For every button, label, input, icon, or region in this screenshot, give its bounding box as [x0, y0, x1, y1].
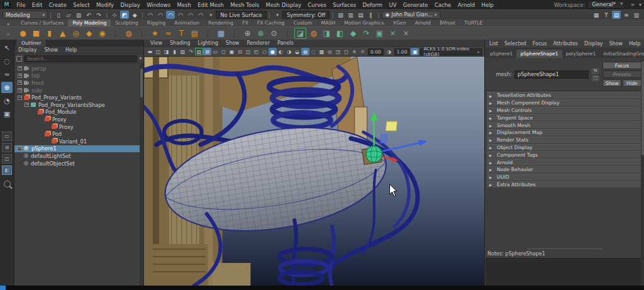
- motion-blur-icon[interactable]: ◌: [309, 48, 318, 55]
- screen-space-ao-icon[interactable]: ◍: [301, 48, 309, 55]
- snap-surface-icon[interactable]: ◠: [196, 11, 205, 19]
- attribute-section-header[interactable]: Tessellation Attributes: [487, 92, 642, 99]
- menu-item[interactable]: Cache: [431, 2, 455, 8]
- attribute-editor-menu-item[interactable]: Display: [581, 41, 606, 47]
- load-attributes-icon[interactable]: ⇆: [592, 68, 599, 74]
- ipr-render-icon[interactable]: ▥: [347, 11, 355, 19]
- attribute-section-header[interactable]: UUID: [487, 174, 642, 181]
- menu-item[interactable]: Edit: [29, 2, 46, 8]
- separate-icon[interactable]: ↷: [360, 28, 372, 39]
- attribute-section-header[interactable]: Mesh Controls: [487, 107, 642, 114]
- expand-toggle-icon[interactable]: +: [18, 74, 22, 78]
- select-hierarchy-icon[interactable]: ⊹: [110, 11, 119, 19]
- two-d-pan-icon[interactable]: ↷: [187, 48, 195, 55]
- move-tool[interactable]: ⊕: [1, 82, 13, 93]
- shelf-tab[interactable]: Sculpting: [111, 20, 142, 26]
- viewport-menu-item[interactable]: Panels: [274, 40, 297, 46]
- attribute-section-header[interactable]: Extra Attributes: [487, 181, 642, 188]
- outliner-item[interactable]: + side: [14, 87, 143, 94]
- menu-item[interactable]: Modify: [93, 2, 118, 8]
- viewport-menu-item[interactable]: View: [147, 40, 166, 46]
- combine-icon[interactable]: ◆: [347, 28, 359, 39]
- sep[interactable]: |: [228, 28, 240, 39]
- curve-star-icon[interactable]: ★: [149, 28, 161, 39]
- window-menu-icon[interactable]: ≡: [629, 2, 636, 8]
- search-input[interactable]: [24, 55, 137, 62]
- pause-icon[interactable]: ‖: [367, 11, 375, 19]
- chevron-down-icon[interactable]: ▾: [273, 11, 282, 19]
- outliner-item[interactable]: defaultObjectSet: [14, 160, 143, 167]
- camera-attributes-icon[interactable]: ◨: [162, 48, 170, 55]
- menu-item[interactable]: Mesh Display: [262, 2, 304, 8]
- menu-item[interactable]: Edit Mesh: [194, 2, 227, 8]
- show-button[interactable]: Show: [602, 79, 621, 87]
- select-tool[interactable]: ↖: [1, 42, 13, 53]
- humanik-icon[interactable]: ϒ: [602, 11, 611, 19]
- undo-icon[interactable]: ↶: [84, 11, 93, 19]
- filter-box-icon[interactable]: [16, 56, 22, 62]
- view-transform-dropdown[interactable]: ACES 1.0 SDR-video (sRGB) ▾: [420, 48, 482, 55]
- workspace-value[interactable]: General*: [587, 1, 625, 9]
- attribute-editor-tab[interactable]: pSphere1: [486, 50, 516, 58]
- shelf-tab[interactable]: Motion Graphics: [340, 20, 388, 26]
- use-all-lights-icon[interactable]: ◑: [285, 48, 293, 55]
- user-account-chip[interactable]: ◉ John Paul Gian... ▾: [382, 11, 441, 19]
- construction-plane-icon[interactable]: ⊕: [242, 28, 253, 39]
- select-component-icon[interactable]: ◆: [130, 11, 139, 19]
- attribute-section-header[interactable]: Arnold: [487, 159, 642, 165]
- snap-view-icon[interactable]: ◠: [186, 11, 195, 19]
- shadows-icon[interactable]: ◒: [293, 48, 301, 55]
- outliner-item[interactable]: Pod_Module: [14, 109, 143, 116]
- gate-mask-icon[interactable]: ▣: [228, 48, 236, 55]
- calculator-icon[interactable]: ▦: [215, 28, 227, 39]
- shelf-tab[interactable]: FX: [238, 20, 253, 26]
- render-settings-icon[interactable]: ▤: [357, 11, 365, 19]
- attribute-section-header[interactable]: Node Behavior: [487, 166, 642, 173]
- safe-title-icon[interactable]: ◰: [252, 48, 260, 55]
- rotate-tool[interactable]: ◔: [1, 95, 13, 106]
- xray-icon[interactable]: ◻: [342, 48, 350, 55]
- presets-button[interactable]: Presets: [602, 70, 641, 78]
- outliner-item[interactable]: + persp: [14, 65, 143, 72]
- layout-single-pane[interactable]: ▭: [2, 131, 12, 141]
- depth-of-field-icon[interactable]: ◎: [326, 48, 334, 55]
- shelf-tab[interactable]: MASH: [316, 20, 340, 26]
- outliner-item[interactable]: Variant_01: [14, 138, 143, 145]
- file-save-icon[interactable]: ▥: [74, 11, 83, 19]
- shelf-side-controls[interactable]: ▾☼: [0, 20, 16, 40]
- outliner-item[interactable]: + top: [14, 72, 143, 80]
- attribute-section-header[interactable]: Displacement Map: [487, 129, 642, 136]
- outliner-item[interactable]: + front: [14, 79, 143, 87]
- selected-sphere[interactable]: [366, 146, 382, 162]
- expand-toggle-icon[interactable]: +: [25, 103, 29, 107]
- outliner-item[interactable]: + pSphere1: [14, 145, 143, 153]
- viewport-menu-item[interactable]: Renderer: [243, 40, 274, 46]
- expand-toggle-icon[interactable]: +: [18, 81, 22, 85]
- retopo-icon[interactable]: ×: [387, 28, 399, 39]
- gamma-field[interactable]: 1.00: [394, 48, 410, 55]
- poly-cylinder-icon[interactable]: ▮: [43, 28, 55, 39]
- outliner-menu-item[interactable]: Help: [62, 47, 80, 53]
- tool-settings-icon[interactable]: ≡: [622, 11, 631, 19]
- poly-torus-icon[interactable]: ◎: [70, 28, 82, 39]
- outliner-item[interactable]: + Pod_Proxy_VariantsShape: [14, 101, 143, 109]
- snap-point-icon[interactable]: ◠: [166, 11, 175, 19]
- origin-icon[interactable]: ⊙: [268, 28, 280, 39]
- center-handle[interactable]: [386, 121, 397, 131]
- scale-tool[interactable]: ▣: [1, 108, 13, 120]
- outliner-item[interactable]: defaultLightSet: [14, 152, 143, 160]
- attribute-editor-menu-item[interactable]: Help: [626, 41, 643, 47]
- gamma-icon[interactable]: ◑: [385, 48, 393, 55]
- shelf-tab[interactable]: Curves / Surfaces: [16, 20, 68, 26]
- exposure-gear-icon[interactable]: ☼: [358, 48, 367, 55]
- attribute-section-header[interactable]: Object Display: [487, 144, 642, 151]
- layout-four-pane[interactable]: ⊞: [2, 143, 12, 152]
- menu-item[interactable]: Mesh: [174, 2, 194, 8]
- image-plane-icon[interactable]: ▨: [179, 48, 187, 55]
- menu-item[interactable]: Windows: [143, 2, 174, 8]
- menu-item[interactable]: Generate: [400, 2, 431, 8]
- boolean-intersect-icon[interactable]: ◧: [334, 28, 346, 39]
- sep[interactable]: |: [109, 28, 121, 39]
- menu-item[interactable]: Select: [70, 2, 93, 8]
- poly-cube-icon[interactable]: ■: [30, 28, 42, 39]
